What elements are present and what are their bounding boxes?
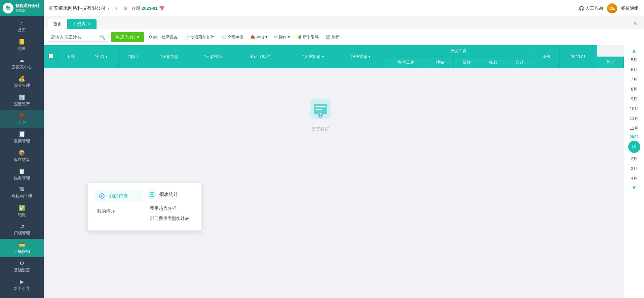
sidebar-item-invoice[interactable]: 🧾 发票管理 bbox=[0, 128, 44, 147]
settings-icon[interactable]: ⚙ bbox=[123, 5, 127, 11]
add-dropdown-arrow[interactable]: ▾ bbox=[135, 35, 139, 40]
guide-toolbar-icon: 🔰 bbox=[297, 35, 302, 39]
operations-action[interactable]: ⚙ 操作 ▾ bbox=[272, 34, 292, 40]
sidebar-item-fund[interactable]: 💰 资金管理 bbox=[0, 73, 44, 91]
guide-action[interactable]: 🔰 新手引导 bbox=[295, 34, 321, 40]
id-type-header: *证鉴类型 bbox=[148, 45, 191, 68]
calendar-month-6[interactable]: 6月 bbox=[624, 65, 644, 75]
calendar-month-5[interactable]: 5月 bbox=[624, 55, 644, 65]
cloud-icon: ☁ bbox=[19, 57, 25, 63]
total-header: 合计 bbox=[506, 57, 533, 68]
header-actions: 🎧 人工咨询 CE 畅捷通组 bbox=[579, 3, 639, 13]
sidebar-item-guide[interactable]: ▶ 新手引导 bbox=[0, 276, 44, 294]
sidebar-item-fixed-assets[interactable]: 🏢 固定资产 bbox=[0, 91, 44, 110]
toolbar: 🔍 添加人员 ▾ ⚙ 统一社保设置 📄 专项附加扣除 🧾 个税申报 📤 导出 ▾… bbox=[44, 29, 644, 45]
tab-salary[interactable]: 工资表 ✕ bbox=[67, 19, 97, 29]
search-input-wrapper[interactable]: 🔍 bbox=[48, 33, 108, 42]
sidebar-label-settings: 基础设置 bbox=[14, 267, 30, 273]
popup-todo-title[interactable]: 我的待办 bbox=[94, 190, 142, 202]
tabs-bar: 首页 工资表 ✕ ✕ bbox=[44, 17, 644, 29]
popup-section-todo: 我的待办 我的待办 bbox=[94, 190, 142, 224]
customer-service-label: 人工咨询 bbox=[585, 5, 603, 11]
social-security-action[interactable]: ⚙ 统一社保设置 bbox=[147, 34, 180, 40]
close-window-icon[interactable]: ✕ bbox=[633, 21, 637, 26]
add-company-icon[interactable]: ＋ bbox=[114, 5, 119, 12]
sidebar-nav: ⌂ 首页 📒 总账 ☁ 云报表中心 💰 资金管理 🏢 固定资产 💼 工资 🧾 发… bbox=[0, 16, 44, 298]
company-name: 西安虾米网络科技有限公司 bbox=[49, 5, 106, 11]
sidebar-item-archive[interactable]: 🗂 归档管理 bbox=[0, 221, 44, 239]
popup-report-item-2[interactable]: 部门费用类型统计表 bbox=[147, 213, 195, 224]
sidebar-item-inventory[interactable]: 📦 库存核算 bbox=[0, 147, 44, 165]
report-status-header: 报送状态 ▾ bbox=[338, 45, 384, 68]
personal-tax-action[interactable]: 🧾 个税申报 bbox=[219, 34, 245, 40]
svg-rect-2 bbox=[315, 106, 326, 107]
calendar-month-9[interactable]: 9月 bbox=[624, 94, 644, 104]
sidebar-item-expense[interactable]: 💳 小畅报销 bbox=[0, 239, 44, 257]
tab-close-icon[interactable]: ✕ bbox=[88, 22, 91, 26]
sidebar-item-settlement[interactable]: ✅ 结账 bbox=[0, 202, 44, 221]
sidebar-item-multi-org[interactable]: 🏗 多机构管理 bbox=[0, 184, 44, 202]
social-security-icon: ⚙ bbox=[149, 35, 152, 39]
sidebar-item-home[interactable]: ⌂ 首页 bbox=[0, 18, 44, 36]
main-content: 西安虾米网络科技有限公司 ▾ ＋ ⚙ 账期 2023-01 📅 🎧 人工咨询 C… bbox=[44, 0, 644, 298]
report-icon bbox=[147, 190, 157, 199]
logo-sub: 旗舰版 bbox=[15, 8, 40, 13]
sidebar-item-ledger[interactable]: 📒 总账 bbox=[0, 36, 44, 54]
calendar-month-1-active[interactable]: 1月 bbox=[628, 141, 640, 153]
calendar-month-8[interactable]: 8月 bbox=[624, 85, 644, 94]
calendar-month-10[interactable]: 10月 bbox=[624, 104, 644, 114]
special-deduct-action[interactable]: 📄 专项附加扣除 bbox=[182, 34, 217, 40]
tab-home-label: 首页 bbox=[53, 21, 62, 27]
sidebar-label-inventory: 库存核算 bbox=[14, 157, 30, 163]
calendar-month-3[interactable]: 3月 bbox=[624, 164, 644, 174]
search-input[interactable] bbox=[51, 35, 98, 40]
sidebar-label-salary: 工资 bbox=[18, 120, 26, 126]
company-selector[interactable]: 西安虾米网络科技有限公司 ▾ bbox=[49, 5, 110, 11]
calendar-month-2[interactable]: 2月 bbox=[624, 154, 644, 164]
table-container: 工号 *姓名 ▾ *部门 *证鉴类型 *证鉴号码 国籍（地区） *人员状态 ▾ … bbox=[44, 45, 624, 298]
calendar-icon[interactable]: 📅 bbox=[159, 6, 164, 11]
guide-icon: ▶ bbox=[20, 278, 24, 285]
sidebar-label-fund: 资金管理 bbox=[14, 83, 30, 89]
select-all-header bbox=[44, 45, 58, 68]
popup-report-title[interactable]: 报表统计 bbox=[147, 190, 195, 199]
user-avatar[interactable]: CE bbox=[607, 3, 617, 13]
operations-header: 操作 bbox=[533, 45, 560, 68]
export-icon: 📤 bbox=[250, 35, 255, 39]
calendar-month-12[interactable]: 12月 bbox=[624, 124, 644, 133]
tab-home[interactable]: 首页 bbox=[48, 19, 67, 29]
popup-section-report: 报表统计 费用趋势分析 部门费用类型统计表 bbox=[147, 190, 195, 224]
pension-header: 养老 bbox=[597, 57, 624, 68]
add-person-button[interactable]: 添加人员 ▾ bbox=[111, 32, 144, 42]
calendar-month-7[interactable]: 7月 bbox=[624, 75, 644, 85]
name-header: *姓名 ▾ bbox=[84, 45, 118, 68]
sidebar-item-salary[interactable]: 💼 工资 bbox=[0, 110, 44, 128]
popup-report-label: 报表统计 bbox=[159, 192, 178, 198]
select-all-checkbox[interactable] bbox=[48, 54, 53, 59]
popup-grid: 我的待办 我的待办 报表统计 费用趋势分析 bbox=[94, 190, 195, 224]
calendar-down-nav[interactable]: ▼ bbox=[630, 184, 638, 192]
calendar-month-11[interactable]: 11月 bbox=[624, 114, 644, 124]
home-icon: ⌂ bbox=[20, 20, 24, 26]
settings-icon: ⚙ bbox=[20, 260, 24, 266]
calendar-up-nav[interactable]: ▲ bbox=[630, 46, 638, 55]
popup-report-item-1[interactable]: 费用趋势分析 bbox=[147, 203, 195, 213]
sidebar-item-member[interactable]: V 畅会员 bbox=[0, 294, 44, 298]
sidebar-item-tax[interactable]: 📋 税务管理 bbox=[0, 165, 44, 184]
app-logo[interactable]: 畅 畅捷通好会计 旗舰版 bbox=[0, 0, 44, 16]
export-action[interactable]: 📤 导出 ▾ bbox=[248, 34, 269, 40]
refresh-action[interactable]: 🔄 刷新 bbox=[324, 34, 342, 40]
status-header: *人员状态 ▾ bbox=[289, 45, 338, 68]
sidebar-item-basic-settings[interactable]: ⚙ 基础设置 bbox=[0, 257, 44, 276]
sidebar-item-cloud-report[interactable]: ☁ 云报表中心 bbox=[0, 54, 44, 73]
export-label: 导出 bbox=[256, 34, 264, 40]
tab-salary-label: 工资表 bbox=[73, 21, 86, 27]
calendar-month-4[interactable]: 4月 bbox=[624, 174, 644, 184]
personal-tax-icon: 🧾 bbox=[221, 35, 226, 39]
operations-label: 操作 bbox=[279, 34, 287, 40]
ledger-icon: 📒 bbox=[18, 38, 25, 45]
customer-service-btn[interactable]: 🎧 人工咨询 bbox=[579, 5, 603, 11]
popup-todo-item[interactable]: 我的待办 bbox=[94, 206, 142, 216]
inventory-icon: 📦 bbox=[18, 150, 25, 156]
period-value: 2023-01 bbox=[142, 6, 158, 11]
